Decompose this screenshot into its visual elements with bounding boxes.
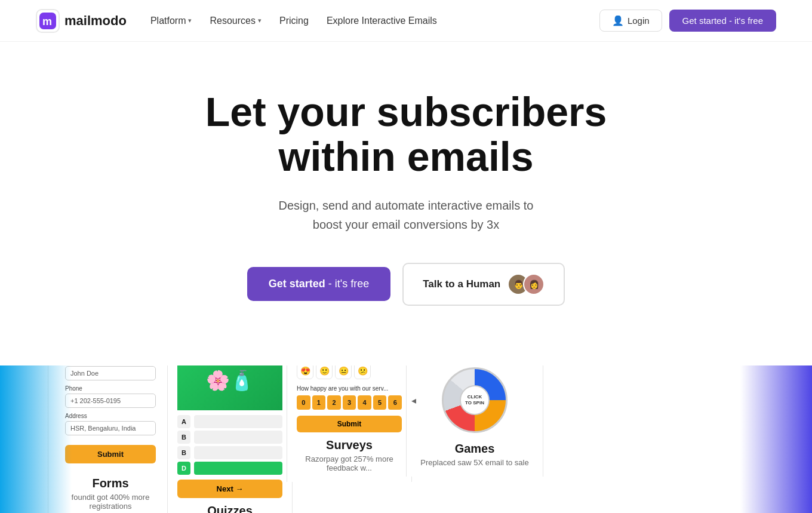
gradient-left: [0, 365, 72, 513]
form-field-phone: Phone +1 202-555-0195: [65, 385, 156, 408]
quiz-image: 🌸🧴: [177, 365, 282, 410]
option-key-a: A: [177, 415, 190, 428]
forms-title: Forms: [58, 477, 163, 490]
quiz-option-d: D: [177, 462, 282, 475]
form-label-phone: Phone: [65, 385, 156, 392]
num-opt-3[interactable]: 3: [343, 395, 356, 410]
chevron-down-icon: ▾: [258, 17, 262, 24]
option-key-b: B: [177, 431, 190, 444]
forms-preview: Name John Doe Phone +1 202-555-0195 Addr…: [58, 365, 163, 471]
surveys-title: Surveys: [297, 438, 402, 452]
option-key-d: D: [177, 462, 190, 475]
num-opt-4[interactable]: 4: [358, 395, 371, 410]
games-title: Games: [416, 442, 533, 456]
forms-desc: foundit got 400% more registrations: [58, 493, 163, 511]
option-bar-a: [194, 415, 282, 428]
form-input-phone[interactable]: +1 202-555-0195: [65, 394, 156, 408]
option-bar-d: [194, 462, 282, 475]
hero-subtitle: Design, send and automate interactive em…: [149, 196, 663, 234]
emoji-row: 😍 🙂 😐 😕: [297, 365, 402, 379]
avatar-2: 👩: [523, 274, 545, 295]
quizzes-card-inner: 🌸🧴 A B B D: [168, 365, 292, 513]
option-bar-b2: [194, 446, 282, 459]
emoji-opt-3[interactable]: 😐: [335, 365, 352, 379]
emoji-opt-4[interactable]: 😕: [354, 365, 371, 379]
logo-text: mailmodo: [64, 13, 127, 29]
form-field-address: Address HSR, Bengaluru, India: [65, 413, 156, 435]
navbar-left: m mailmodo Platform ▾ Resources ▾ Pricin…: [36, 9, 437, 33]
hero-title: Let your subscribers within emails: [149, 90, 663, 179]
product-card-quizzes: 🌸🧴 A B B D: [167, 365, 293, 513]
num-opt-2[interactable]: 2: [327, 395, 341, 410]
svg-text:m: m: [42, 16, 52, 27]
nav-links: Platform ▾ Resources ▾ Pricing Explore I…: [150, 11, 437, 31]
wheel-center[interactable]: CLICKTO SPIN: [460, 385, 490, 415]
login-button[interactable]: 👤 Login: [599, 10, 662, 32]
logo-icon: m: [36, 9, 60, 33]
nav-item-interactive-emails[interactable]: Explore Interactive Emails: [327, 11, 437, 31]
nav-item-resources[interactable]: Resources ▾: [210, 11, 261, 31]
num-opt-6[interactable]: 6: [388, 395, 402, 410]
navbar-right: 👤 Login Get started - it's free: [599, 10, 776, 32]
products-track: Name John Doe Phone +1 202-555-0195 Addr…: [48, 365, 764, 513]
survey-question-2: How happy are you with our serv...: [297, 385, 402, 392]
nav-item-pricing[interactable]: Pricing: [279, 11, 309, 31]
quizzes-title: Quizzes: [177, 504, 282, 513]
products-section: Name John Doe Phone +1 202-555-0195 Addr…: [0, 365, 812, 513]
surveys-desc: Razorpay got 257% more feedback w...: [297, 454, 402, 472]
product-card-games: Spin the wheel ◂ CLICKTO SPIN Games Prep…: [406, 365, 543, 477]
product-card-surveys: How would you rate your pur... 😍 🙂 😐 😕 H…: [287, 365, 412, 482]
nav-item-platform[interactable]: Platform ▾: [150, 11, 192, 31]
form-label-address: Address: [65, 413, 156, 419]
number-row: 0 1 2 3 4 5 6: [297, 395, 402, 410]
get-started-button[interactable]: Get started - it's free: [247, 267, 391, 301]
logo[interactable]: m mailmodo: [36, 9, 127, 33]
games-desc: Preplaced saw 5X email to sale: [416, 458, 533, 467]
form-field-name: Name John Doe: [65, 365, 156, 380]
form-submit-button[interactable]: Submit: [65, 445, 156, 463]
form-input-name[interactable]: John Doe: [65, 366, 156, 380]
option-key-b2: B: [177, 446, 190, 459]
hero-buttons: Get started - it's free Talk to a Human …: [149, 263, 663, 306]
hero-section: Let your subscribers within emails Desig…: [137, 42, 675, 342]
wheel-arrow-icon: ◂: [411, 394, 416, 406]
num-opt-0[interactable]: 0: [297, 395, 310, 410]
get-started-nav-button[interactable]: Get started - it's free: [669, 10, 776, 32]
user-icon: 👤: [612, 15, 624, 26]
wheel-container: ◂ CLICKTO SPIN: [416, 365, 533, 436]
form-input-address[interactable]: HSR, Bengaluru, India: [65, 421, 156, 435]
quiz-option-b: B: [177, 431, 282, 444]
chevron-down-icon: ▾: [188, 17, 192, 24]
surveys-card-inner: How would you rate your pur... 😍 🙂 😐 😕 H…: [287, 365, 411, 482]
num-opt-1[interactable]: 1: [312, 395, 326, 410]
games-card-inner: Spin the wheel ◂ CLICKTO SPIN Games Prep…: [407, 365, 543, 477]
gradient-right: [740, 365, 812, 513]
emoji-opt-2[interactable]: 🙂: [316, 365, 333, 379]
talk-to-human-button[interactable]: Talk to a Human 👨 👩: [402, 263, 565, 306]
num-opt-5[interactable]: 5: [373, 395, 387, 410]
quiz-options: A B B D: [177, 410, 282, 480]
option-bar-b: [194, 431, 282, 444]
quiz-option-b2: B: [177, 446, 282, 459]
survey-submit-button[interactable]: Submit: [297, 416, 402, 432]
quiz-next-button[interactable]: Next →: [177, 480, 282, 498]
emoji-opt-1[interactable]: 😍: [297, 365, 313, 379]
quiz-option-a: A: [177, 415, 282, 428]
human-avatars: 👨 👩: [508, 274, 545, 295]
navbar: m mailmodo Platform ▾ Resources ▾ Pricin…: [0, 0, 812, 42]
spin-wheel[interactable]: CLICKTO SPIN: [442, 367, 508, 433]
